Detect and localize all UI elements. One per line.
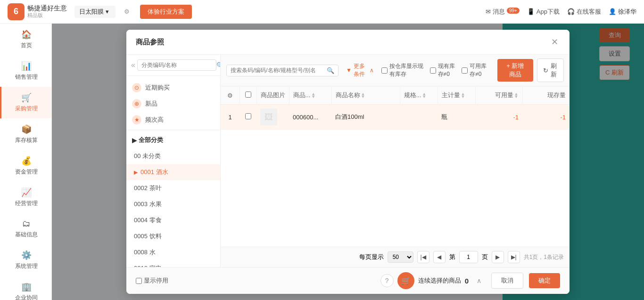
filter-more-btn[interactable]: ▼ 更多条件 ∧ [342,60,378,80]
store-selector[interactable]: 日太阳膜 ▾ [74,6,116,18]
prev-page-btn[interactable]: ◀ [433,251,446,263]
sidebar-item-home[interactable]: 🏠 首页 [0,24,51,55]
enterprise-icon: 🏢 [21,282,32,292]
cat-item-0001[interactable]: ▶ 0001 酒水 [126,164,220,180]
page-label: 第 [449,253,455,261]
refresh-product-btn[interactable]: ↻ 刷新 [537,58,564,82]
home-icon: 🏠 [21,29,32,40]
app-sub: 精品版 [27,12,67,19]
main-layout: 🏠 首页 📊 销售管理 🛒 采购管理 📦 库存核算 💰 资金管理 📈 经营管理 … [0,24,644,300]
sidebar-item-enterprise[interactable]: 🏢 企业协同 [0,276,51,300]
message-badge: 99+ [507,8,520,14]
cat-search-icon[interactable]: 🔍 [216,58,221,72]
modal-title: 商品参照 [136,38,164,47]
filter-available-not0[interactable]: 现有库存≠0 [430,62,458,78]
first-page-btn[interactable]: |◀ [417,251,429,263]
next-page-btn[interactable]: ▶ [492,251,504,263]
product-search-box: 🔍 [226,65,339,76]
per-page-label: 每页显示 [359,253,384,261]
filter-by-warehouse[interactable]: 按仓库显示现有库存 [381,62,426,78]
cat-collapse-btn[interactable]: « [131,59,135,71]
quick-filter-new[interactable]: ⊕ 新品 [126,96,220,112]
messages-btn[interactable]: ✉ 消息 99+ [486,8,520,16]
cat-item-label-0004: 0004 零食 [134,216,162,225]
app-download-btn[interactable]: 📱 App下载 [527,8,560,16]
row-checkbox-cell[interactable] [239,105,256,130]
th-code[interactable]: 商品... ▲▼ [289,86,331,105]
online-service-btn[interactable]: 🎧 在线客服 [567,8,601,16]
th-unit[interactable]: 主计量 ▲▼ [438,86,475,105]
quick-filter-freq[interactable]: ★ 频次高 [126,112,220,128]
row-checkbox[interactable] [245,113,251,119]
table-row[interactable]: 1 🖼 [221,105,570,130]
freq-icon: ★ [132,115,141,125]
th-available[interactable]: 可用量 ▲▼ [475,86,522,105]
filter-usable-not0-check[interactable] [462,67,468,74]
product-search-icon[interactable]: 🔍 [327,67,334,74]
sidebar-item-operations[interactable]: 📈 经营管理 [0,182,51,213]
cat-item-0003[interactable]: 0003 水果 [126,196,220,212]
cat-item-0005[interactable]: 0005 饮料 [126,228,220,244]
cancel-btn[interactable]: 取消 [491,273,523,289]
sidebar-item-basics[interactable]: 🗂 基础信息 [0,213,51,244]
modal-footer: 显示停用 ? 🛒 连续选择的商品 0 ∧ 取消 确定 [126,267,570,294]
th-name[interactable]: 商品名称 ▲▼ [331,86,400,105]
collapse-footer-btn[interactable]: ∧ [472,274,486,287]
show-disabled-label[interactable]: 显示停用 [136,276,168,285]
th-settings[interactable]: ⚙ [221,86,239,105]
show-disabled-checkbox[interactable] [136,278,142,284]
filter-by-warehouse-check[interactable] [381,67,388,74]
sidebar-label-operations: 经营管理 [15,200,38,208]
cat-item-all[interactable]: ▶ 全部分类 [126,132,220,148]
experience-btn[interactable]: 体验行业方案 [140,5,192,19]
sidebar-label-inventory: 库存核算 [15,136,38,144]
finance-icon: 💰 [21,156,32,166]
cat-item-0010[interactable]: 0010 家电 [126,260,220,267]
app-name: 畅捷通好生意 [27,4,67,12]
add-product-btn[interactable]: + 新增商品 [497,59,533,82]
help-btn[interactable]: ? [380,274,394,287]
filter-usable-not0[interactable]: 可用库存≠0 [462,62,490,78]
cat-item-label-0001: 0001 酒水 [140,168,168,176]
product-search-input[interactable] [231,67,325,74]
modal-close-btn[interactable]: ✕ [549,36,560,48]
sidebar-label-finance: 资金管理 [15,168,38,176]
sidebar-item-sales[interactable]: 📊 销售管理 [0,55,51,87]
cat-item-00[interactable]: 00 未分类 [126,148,220,164]
last-page-btn[interactable]: ▶| [508,251,520,263]
product-reference-modal: 商品参照 ✕ « 🔍 [126,30,570,294]
sidebar-item-inventory[interactable]: 📦 库存核算 [0,118,51,150]
phone-icon: 📱 [527,8,535,15]
sidebar-item-finance[interactable]: 💰 资金管理 [0,150,51,182]
sidebar-item-system[interactable]: ⚙️ 系统管理 [0,244,51,276]
quick-filter-recent[interactable]: ⊙ 近期购买 [126,80,220,96]
modal-overlay: 商品参照 ✕ « 🔍 [52,24,644,300]
user-menu[interactable]: 👤 徐泽华 [609,8,636,16]
sidebar-item-purchase[interactable]: 🛒 采购管理 [0,87,51,118]
inventory-icon: 📦 [21,124,32,134]
select-all-checkbox[interactable] [245,92,251,98]
selected-count: 0 [465,277,469,285]
table-header-row: ⚙ 商品图片 [221,86,570,105]
new-icon: ⊕ [132,99,141,108]
modal-body: « 🔍 ⊙ 近期购买 ⊕ 新品 [126,55,570,267]
cat-all-label: 全部分类 [139,136,163,144]
per-page-select[interactable]: 50 10 20 100 [388,251,413,263]
cat-arrow-0001: ▶ [134,169,138,175]
page-number-input[interactable] [459,251,478,263]
filter-icon: ▼ [346,67,352,74]
row-unit: 瓶 [438,105,475,130]
basics-icon: 🗂 [22,219,31,229]
logo-icon: 6 [8,3,25,20]
cat-search-input[interactable] [137,59,216,71]
total-info: 共1页，1条记录 [524,253,564,261]
content-area: 查询 设置 C 刷新 商品参照 ✕ « [52,24,644,300]
cat-item-0008[interactable]: 0008 水 [126,244,220,260]
confirm-btn[interactable]: 确定 [529,273,560,288]
cat-item-0004[interactable]: 0004 零食 [126,212,220,228]
cat-item-0002[interactable]: 0002 茶叶 [126,180,220,196]
th-spec[interactable]: 规格... ▲▼ [400,86,438,105]
filter-available-not0-check[interactable] [430,67,436,74]
settings-icon[interactable]: ⚙ [119,4,134,19]
cart-icon-btn[interactable]: 🛒 [397,272,414,289]
